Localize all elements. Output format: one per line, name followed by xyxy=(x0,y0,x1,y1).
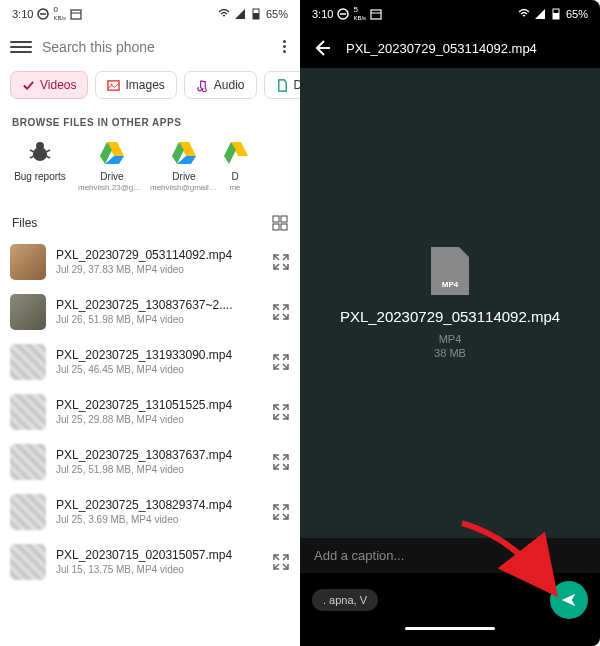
svg-rect-15 xyxy=(281,216,287,222)
svg-line-12 xyxy=(30,156,34,158)
check-icon xyxy=(22,79,35,92)
file-row[interactable]: PXL_20230725_130829374.mp4 Jul 25, 3.69 … xyxy=(0,487,300,537)
file-row[interactable]: PXL_20230725_130837637.mp4 Jul 25, 51.98… xyxy=(0,437,300,487)
video-thumbnail xyxy=(10,244,46,280)
net-speed: 0KB/s xyxy=(53,6,66,22)
svg-rect-2 xyxy=(71,10,81,19)
preview-filesize: 38 MB xyxy=(434,347,466,359)
app-drive-1[interactable]: Drive mehviish.23@gma... xyxy=(76,134,148,197)
file-name: PXL_20230725_130837637.mp4 xyxy=(56,448,262,462)
drive-icon xyxy=(98,138,126,166)
file-meta: Jul 26, 51.98 MB, MP4 video xyxy=(56,314,262,325)
file-name: PXL_20230725_131051525.mp4 xyxy=(56,398,262,412)
home-indicator xyxy=(405,627,495,630)
filter-chips: Videos Images Audio Doc xyxy=(0,65,300,109)
grid-view-icon[interactable] xyxy=(272,215,288,231)
status-bar: 3:10 5KB/s 65% xyxy=(300,0,600,28)
expand-icon[interactable] xyxy=(272,403,290,421)
do-not-disturb-icon xyxy=(337,8,349,20)
chip-videos[interactable]: Videos xyxy=(10,71,88,99)
recipient-chip[interactable]: . apna, V xyxy=(312,589,378,611)
svg-rect-5 xyxy=(253,13,259,19)
battery-percent: 65% xyxy=(566,8,588,20)
audio-icon xyxy=(196,79,209,92)
calendar-icon xyxy=(370,8,382,20)
back-icon[interactable] xyxy=(312,38,332,58)
file-row[interactable]: PXL_20230725_131051525.mp4 Jul 25, 29.88… xyxy=(0,387,300,437)
signal-icon xyxy=(234,8,246,20)
expand-icon[interactable] xyxy=(272,353,290,371)
drive-icon xyxy=(222,138,250,166)
file-picker-pane: 3:10 0KB/s 65% Search this phone xyxy=(0,0,300,646)
wifi-icon xyxy=(218,8,230,20)
svg-point-9 xyxy=(36,142,44,150)
file-preview: MP4 PXL_20230729_053114092.mp4 MP4 38 MB xyxy=(300,68,600,538)
title-bar: PXL_20230729_053114092.mp4 xyxy=(300,28,600,68)
file-row[interactable]: PXL_20230715_020315057.mp4 Jul 15, 13.75… xyxy=(0,537,300,587)
battery-percent: 65% xyxy=(266,8,288,20)
file-row[interactable]: PXL_20230725_130837637~2.... Jul 26, 51.… xyxy=(0,287,300,337)
svg-rect-17 xyxy=(281,224,287,230)
apps-row: Bug reports Drive mehviish.23@gma... Dri… xyxy=(0,134,300,205)
battery-icon xyxy=(550,8,562,20)
expand-icon[interactable] xyxy=(272,503,290,521)
video-thumbnail xyxy=(10,394,46,430)
search-input[interactable]: Search this phone xyxy=(42,39,269,55)
file-meta: Jul 25, 46.45 MB, MP4 video xyxy=(56,364,262,375)
chip-images[interactable]: Images xyxy=(95,71,176,99)
net-speed: 5KB/s xyxy=(353,6,366,22)
do-not-disturb-icon xyxy=(37,8,49,20)
file-row[interactable]: PXL_20230729_053114092.mp4 Jul 29, 37.83… xyxy=(0,237,300,287)
svg-rect-14 xyxy=(273,216,279,222)
video-thumbnail xyxy=(10,494,46,530)
file-name: PXL_20230725_130829374.mp4 xyxy=(56,498,262,512)
menu-icon[interactable] xyxy=(10,41,32,53)
svg-line-11 xyxy=(46,150,50,152)
app-drive-3[interactable]: D me xyxy=(220,134,250,197)
video-thumbnail xyxy=(10,294,46,330)
svg-line-10 xyxy=(30,150,34,152)
chip-audio[interactable]: Audio xyxy=(184,71,257,99)
file-meta: Jul 25, 3.69 MB, MP4 video xyxy=(56,514,262,525)
calendar-icon xyxy=(70,8,82,20)
svg-rect-23 xyxy=(553,13,559,19)
expand-icon[interactable] xyxy=(272,253,290,271)
expand-icon[interactable] xyxy=(272,553,290,571)
file-meta: Jul 25, 51.98 MB, MP4 video xyxy=(56,464,262,475)
file-name: PXL_20230715_020315057.mp4 xyxy=(56,548,262,562)
caption-input[interactable]: Add a caption... xyxy=(300,538,600,573)
preview-filetype: MP4 xyxy=(439,333,462,345)
page-title: PXL_20230729_053114092.mp4 xyxy=(346,41,537,56)
file-meta: Jul 29, 37.83 MB, MP4 video xyxy=(56,264,262,275)
svg-rect-16 xyxy=(273,224,279,230)
file-name: PXL_20230725_131933090.mp4 xyxy=(56,348,262,362)
doc-icon xyxy=(276,79,289,92)
file-meta: Jul 15, 13.75 MB, MP4 video xyxy=(56,564,262,575)
file-name: PXL_20230725_130837637~2.... xyxy=(56,298,262,312)
browse-section-title: BROWSE FILES IN OTHER APPS xyxy=(0,109,300,134)
file-list: PXL_20230729_053114092.mp4 Jul 29, 37.83… xyxy=(0,237,300,587)
status-time: 3:10 xyxy=(312,8,333,20)
file-type-icon: MP4 xyxy=(431,247,469,295)
file-row[interactable]: PXL_20230725_131933090.mp4 Jul 25, 46.45… xyxy=(0,337,300,387)
send-button[interactable] xyxy=(550,581,588,619)
app-bug-reports[interactable]: Bug reports xyxy=(4,134,76,197)
status-time: 3:10 xyxy=(12,8,33,20)
overflow-menu-icon[interactable] xyxy=(279,36,290,57)
video-thumbnail xyxy=(10,444,46,480)
app-drive-2[interactable]: Drive mehviish@gmail.c... xyxy=(148,134,220,197)
file-meta: Jul 25, 29.88 MB, MP4 video xyxy=(56,414,262,425)
svg-line-13 xyxy=(46,156,50,158)
signal-icon xyxy=(534,8,546,20)
send-icon xyxy=(559,590,579,610)
bottom-bar: . apna, V xyxy=(300,573,600,633)
search-bar: Search this phone xyxy=(0,28,300,65)
expand-icon[interactable] xyxy=(272,303,290,321)
file-name: PXL_20230729_053114092.mp4 xyxy=(56,248,262,262)
chip-documents[interactable]: Doc xyxy=(264,71,300,99)
expand-icon[interactable] xyxy=(272,453,290,471)
image-icon xyxy=(107,79,120,92)
files-header: Files xyxy=(0,205,300,237)
battery-icon xyxy=(250,8,262,20)
send-preview-pane: 3:10 5KB/s 65% PXL_20230729_053114092.mp… xyxy=(300,0,600,646)
